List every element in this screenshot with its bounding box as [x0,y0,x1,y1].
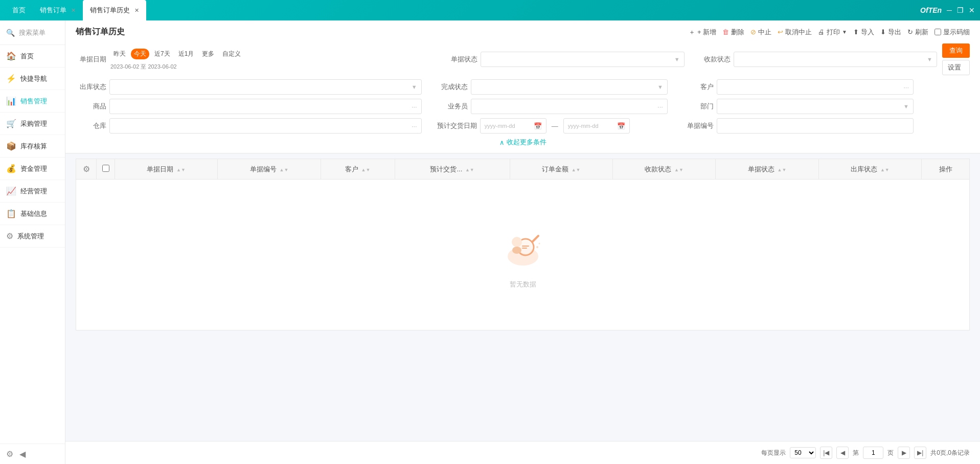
sort-bill-status-icon[interactable]: ▲▼ [778,167,787,172]
close-btn[interactable]: ✕ [969,6,975,14]
sort-bill-no-icon[interactable]: ▲▼ [280,167,289,172]
date-tab-custom[interactable]: 自定义 [219,49,244,59]
complete-status-arrow: ▼ [657,84,663,90]
collapse-label: 收起更多条件 [507,138,546,147]
display-cols-checkbox[interactable] [935,29,941,35]
table-header-row: ⚙ 单据日期 ▲▼ 单据编号 ▲▼ [76,159,970,180]
refresh-btn[interactable]: ↻ 刷新 [907,28,928,37]
bill-status-select[interactable]: ▼ [481,52,684,67]
page-title: 销售订单历史 [76,27,125,37]
sidebar-item-home[interactable]: 🏠 首页 [0,45,65,68]
date-tab-today[interactable]: 今天 [131,49,149,59]
svg-point-8 [536,246,538,248]
tab-sales-order[interactable]: 销售订单 ✕ [33,0,83,20]
import-btn[interactable]: ⬆ 导入 [853,28,874,37]
th-out-status[interactable]: 出库状态 ▲▼ [818,159,921,180]
display-cols-toggle[interactable]: 显示码细 [935,28,970,37]
tab-home[interactable]: 首页 [5,0,33,20]
sidebar-item-operations[interactable]: 📈 经营管理 [0,180,65,203]
delete-btn[interactable]: 🗑 删除 [722,28,744,37]
delivery-date-end[interactable]: yyyy-mm-dd 📅 [563,118,630,134]
th-bill-status[interactable]: 单据状态 ▲▼ [716,159,818,180]
goods-select[interactable]: ··· [109,99,422,114]
inventory-icon: 📦 [6,141,16,151]
sidebar-item-purchase[interactable]: 🛒 采购管理 [0,113,65,135]
sidebar-item-sales[interactable]: 📊 销售管理 [0,90,65,113]
payment-status-select[interactable]: ▼ [734,52,937,67]
sort-out-status-icon[interactable]: ▲▼ [880,167,890,172]
sidebar-search[interactable]: 🔍 搜索菜单 [0,20,65,45]
delivery-date-start[interactable]: yyyy-mm-dd 📅 [480,118,546,134]
last-page-btn[interactable]: ▶| [914,447,926,459]
sidebar-item-basic-info[interactable]: 📋 基础信息 [0,203,65,225]
print-btn[interactable]: 🖨 打印 ▼ [818,28,847,37]
page-size-label: 每页显示 [761,449,786,457]
th-bill-no[interactable]: 单据编号 ▲▼ [218,159,321,180]
sort-delivery-date-icon[interactable]: ▲▼ [465,167,474,172]
salesperson-select[interactable]: ··· [471,99,668,114]
th-actions: 操作 [922,159,970,180]
restore-btn[interactable]: ❐ [957,6,964,14]
sort-payment-status-icon[interactable]: ▲▼ [674,167,683,172]
operations-icon: 📈 [6,186,16,196]
page-number-input[interactable] [863,447,883,459]
tab-sales-order-history[interactable]: 销售订单历史 ✕ [83,0,146,20]
sidebar-item-quick-nav[interactable]: ⚡ 快捷导航 [0,68,65,90]
first-page-btn[interactable]: |◀ [820,447,832,459]
query-btn[interactable]: 查询 [942,43,970,58]
settings-bottom-icon[interactable]: ⚙ [6,449,13,459]
stop-btn[interactable]: ⊘ 中止 [750,28,771,37]
new-btn[interactable]: ＋ + 新增 [689,28,716,37]
main-content: 销售订单历史 ＋ + 新增 🗑 删除 ⊘ 中止 ↩ [65,20,980,464]
complete-status-select[interactable]: ▼ [471,79,668,95]
table-settings-icon[interactable]: ⚙ [83,165,90,173]
salesperson-ellipsis: ··· [657,103,663,111]
sidebar-item-inventory[interactable]: 📦 库存核算 [0,135,65,158]
customer-select[interactable]: ··· [717,79,914,95]
empty-row: 暂无数据 [76,180,970,330]
th-checkbox[interactable] [97,159,115,180]
filter-area: 单据日期 昨天 今天 近7天 近1月 更多 自定义 2023-06-02 至 2… [76,43,970,153]
sidebar-item-system[interactable]: ⚙ 系统管理 [0,225,65,248]
th-delivery-date[interactable]: 预计交货... ▲▼ [395,159,510,180]
date-tab-1month[interactable]: 近1月 [175,49,197,59]
minimize-btn[interactable]: ─ [947,6,952,14]
out-status-select[interactable]: ▼ [109,79,422,95]
select-all-checkbox[interactable] [102,165,109,172]
export-btn[interactable]: ⬇ 导出 [880,28,901,37]
collapse-filters-btn[interactable]: ∧ 收起更多条件 [76,136,970,149]
date-tabs: 昨天 今天 近7天 近1月 更多 自定义 [110,49,244,59]
prev-page-btn[interactable]: ◀ [836,447,849,459]
date-tab-yesterday[interactable]: 昨天 [110,49,129,59]
sidebar: 🔍 搜索菜单 🏠 首页 ⚡ 快捷导航 📊 销售管理 🛒 采购管理 📦 库存核算 … [0,20,65,464]
svg-point-10 [535,239,536,240]
footer: 每页显示 10 20 50 100 |◀ ◀ 第 页 ▶ ▶| 共0页,0条记录 [65,441,980,464]
date-tab-more[interactable]: 更多 [199,49,217,59]
delivery-date-start-text: yyyy-mm-dd [485,123,515,129]
sort-customer-icon[interactable]: ▲▼ [361,167,371,172]
th-settings[interactable]: ⚙ [76,159,97,180]
warehouse-label: 仓库 [76,121,106,130]
warehouse-select[interactable]: ··· [109,118,422,134]
sidebar-item-finance[interactable]: 💰 资金管理 [0,158,65,180]
sort-order-amount-icon[interactable]: ▲▼ [572,167,581,172]
tab-sales-order-history-close[interactable]: ✕ [134,7,139,14]
th-bill-date[interactable]: 单据日期 ▲▼ [115,159,218,180]
page-size-select[interactable]: 10 20 50 100 [790,447,816,458]
settings-filter-btn[interactable]: 设置 [942,60,970,75]
out-status-arrow: ▼ [412,84,417,90]
bill-no-input[interactable] [717,118,914,134]
table-area: ⚙ 单据日期 ▲▼ 单据编号 ▲▼ [65,153,980,441]
cancel-stop-btn[interactable]: ↩ 取消中止 [778,28,812,37]
sort-bill-date-icon[interactable]: ▲▼ [176,167,186,172]
th-customer[interactable]: 客户 ▲▼ [321,159,395,180]
collapse-sidebar-icon[interactable]: ◀ [19,449,26,459]
data-table: ⚙ 单据日期 ▲▼ 单据编号 ▲▼ [76,159,970,330]
date-tab-7days[interactable]: 近7天 [151,49,173,59]
tab-sales-order-close[interactable]: ✕ [71,7,76,14]
department-select[interactable]: ▼ [717,99,914,114]
th-payment-status[interactable]: 收款状态 ▲▼ [613,159,716,180]
calendar-icon: 📅 [534,122,542,130]
th-order-amount[interactable]: 订单金额 ▲▼ [510,159,612,180]
next-page-btn[interactable]: ▶ [898,447,910,459]
